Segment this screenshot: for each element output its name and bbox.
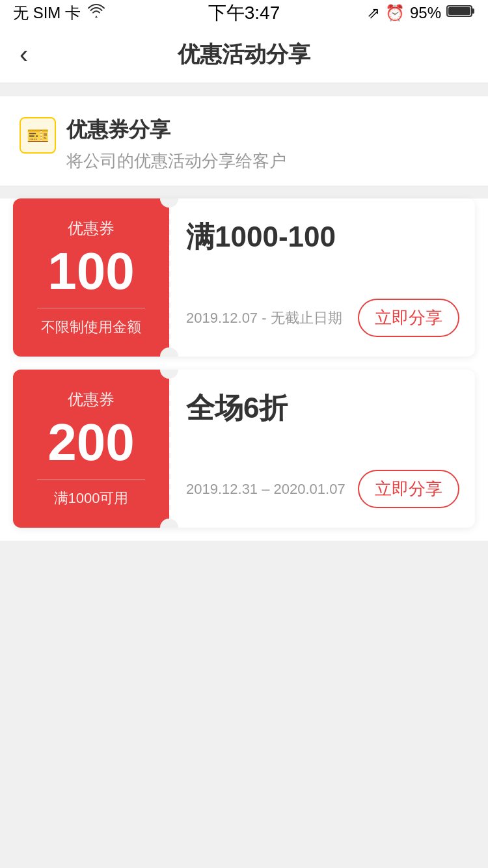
nav-bar: ‹ 优惠活动分享: [0, 26, 488, 83]
coupon-label-1: 优惠券: [68, 218, 115, 239]
coupon-icon: 🎫: [20, 117, 56, 154]
coupon-condition-1: 不限制使用金额: [41, 318, 141, 337]
coupon-list: 优惠券 100 不限制使用金额 满1000-100 2019.12.07 - 无…: [0, 198, 488, 541]
share-button-1[interactable]: 立即分享: [358, 299, 459, 337]
status-right: ⇗ ⏰ 95%: [367, 4, 475, 22]
coupon-divider-2: [37, 479, 145, 480]
battery-text: 95%: [410, 4, 441, 22]
section-subtitle: 将公司的优惠活动分享给客户: [66, 150, 286, 172]
coupon-left-2: 优惠券 200 满1000可用: [13, 370, 169, 528]
location-icon: ⇗: [367, 4, 380, 22]
svg-rect-1: [472, 8, 474, 14]
status-time: 下午3:47: [208, 1, 280, 25]
battery-icon: [446, 4, 475, 22]
alarm-icon: ⏰: [385, 4, 405, 22]
status-bar: 无 SIM 卡 下午3:47 ⇗ ⏰ 95%: [0, 0, 488, 26]
coupon-label-2: 优惠券: [68, 389, 115, 410]
coupon-divider-1: [37, 308, 145, 308]
coupon-right-1: 满1000-100 2019.12.07 - 无截止日期 立即分享: [170, 198, 475, 357]
section-header: 🎫 优惠券分享 将公司的优惠活动分享给客户: [0, 96, 488, 185]
coupon-right-2: 全场6折 2019.12.31 – 2020.01.07 立即分享: [170, 370, 475, 528]
carrier-text: 无 SIM 卡: [13, 3, 81, 23]
coupon-bottom-2: 2019.12.31 – 2020.01.07 立即分享: [186, 470, 459, 508]
coupon-value-1: 100: [47, 245, 134, 297]
coupon-condition-2: 满1000可用: [54, 489, 129, 508]
section-title: 优惠券分享: [66, 116, 286, 144]
back-button[interactable]: ‹: [20, 40, 28, 69]
section-text: 优惠券分享 将公司的优惠活动分享给客户: [66, 116, 286, 172]
empty-area: [0, 541, 488, 866]
share-button-2[interactable]: 立即分享: [358, 470, 459, 508]
coupon-value-2: 200: [47, 416, 134, 468]
coupon-left-1: 优惠券 100 不限制使用金额: [13, 198, 169, 357]
svg-rect-2: [448, 7, 470, 15]
status-left: 无 SIM 卡: [13, 3, 105, 23]
nav-title: 优惠活动分享: [178, 40, 310, 70]
coupon-bottom-1: 2019.12.07 - 无截止日期 立即分享: [186, 299, 459, 337]
coupon-date-2: 2019.12.31 – 2020.01.07: [186, 481, 350, 498]
coupon-name-1: 满1000-100: [186, 218, 459, 256]
coupon-card-2: 优惠券 200 满1000可用 全场6折 2019.12.31 – 2020.0…: [13, 370, 475, 528]
coupon-date-1: 2019.12.07 - 无截止日期: [186, 308, 350, 328]
coupon-card-1: 优惠券 100 不限制使用金额 满1000-100 2019.12.07 - 无…: [13, 198, 475, 357]
wifi-icon: [87, 4, 105, 22]
coupon-name-2: 全场6折: [186, 389, 459, 427]
